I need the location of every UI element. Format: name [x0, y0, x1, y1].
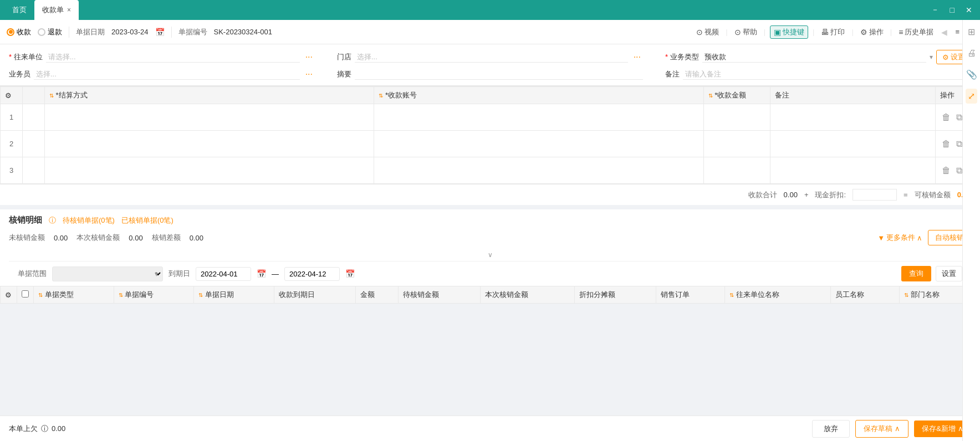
table-settings-col[interactable]: ⚙	[1, 87, 23, 104]
running-total-info-icon[interactable]: ⓘ	[41, 424, 48, 434]
store-label: 门店	[337, 52, 351, 62]
hexiao-settings-button[interactable]: 设置	[936, 266, 962, 281]
partner-label: 往来单位	[9, 52, 43, 62]
tab-home[interactable]: 首页	[4, 0, 34, 20]
end-calendar-icon[interactable]: 📅	[345, 269, 355, 278]
number-value: SK-20230324-001	[214, 28, 273, 36]
radio-refund[interactable]: 退款	[38, 27, 62, 37]
date-range-left: 单据范围 ▾ 到期日 📅 — 📅	[18, 266, 355, 281]
row-2-account[interactable]	[374, 131, 703, 157]
row-2-settlement[interactable]	[45, 131, 374, 157]
store-more-btn[interactable]: ···	[631, 52, 643, 62]
sidebar-table-icon[interactable]: ⊞	[966, 24, 977, 39]
video-icon: ⊙	[696, 28, 703, 37]
radio-refund-label: 退款	[48, 27, 62, 37]
bottom-doc-num-col: ⇅ 单据编号	[114, 286, 194, 304]
row-3-account[interactable]	[374, 157, 703, 184]
remark-field: 备注	[665, 69, 971, 80]
abandon-button[interactable]: 放弃	[812, 420, 850, 438]
video-action[interactable]: ⊙ 视频	[694, 26, 721, 38]
range-select[interactable]	[52, 266, 163, 281]
row-1-delete-icon[interactable]: 🗑	[940, 112, 952, 122]
discount-input[interactable]	[853, 189, 897, 201]
tab-close-icon[interactable]: ×	[67, 6, 71, 14]
table-section: ⚙ ⇅ *结算方式 ⇅ *收款账号 ⇅ *收款金额 备注 操作 1	[0, 86, 980, 184]
business-type-dropdown-icon[interactable]: ▾	[930, 53, 933, 61]
hexiao-info-icon[interactable]: ⓘ	[49, 216, 56, 225]
list-view-icon[interactable]: ≡	[953, 27, 962, 37]
operation-action[interactable]: ⚙ 操作	[858, 26, 886, 38]
store-input[interactable]	[355, 52, 628, 63]
more-conditions-label: 更多条件	[886, 233, 915, 243]
start-date-input[interactable]	[196, 267, 251, 281]
row-3-settlement[interactable]	[45, 157, 374, 184]
settings-gear-icon: ⚙	[942, 53, 949, 61]
row-2-remark[interactable]	[770, 131, 935, 157]
partner-field: 往来单位 ···	[9, 52, 315, 63]
shortcut-action[interactable]: ▣ 快捷键	[770, 25, 808, 39]
minimize-button[interactable]: －	[928, 4, 942, 16]
uncancelled-value: 0.00	[54, 234, 68, 242]
table-row: 1 🗑 ⧉	[1, 104, 980, 131]
calendar-icon[interactable]: 📅	[155, 28, 165, 37]
print-action[interactable]: 🖶 打印	[819, 26, 847, 38]
radio-receipt[interactable]: 收款	[7, 27, 31, 37]
end-date-input[interactable]	[284, 267, 340, 281]
save-new-label: 保存&新增	[922, 424, 956, 434]
hexiao-stats: 未核销金额 0.00 本次核销金额 0.00 核销差额 0.00 ▼ 更多条件 …	[9, 230, 971, 245]
remark-label: 备注	[665, 69, 680, 79]
total-value: 0.00	[784, 191, 798, 199]
staff-more-btn[interactable]: ···	[303, 69, 315, 79]
footer-left: 本单上欠 ⓘ 0.00	[9, 424, 65, 434]
tab-current[interactable]: 收款单 ×	[34, 0, 79, 20]
done-tab-link[interactable]: 已核销单据(0笔)	[121, 216, 173, 225]
running-total-value: 0.00	[52, 424, 65, 433]
row-1-num: 1	[1, 104, 23, 131]
current-value: 0.00	[129, 234, 142, 242]
sidebar-print-icon[interactable]: 🖨	[965, 46, 978, 60]
row-1-remark[interactable]	[770, 104, 935, 131]
sidebar-attach-icon[interactable]: 📎	[964, 67, 979, 82]
nav-left-icon[interactable]: ◀	[940, 27, 948, 38]
more-conditions-btn[interactable]: ▼ 更多条件 ∧	[877, 233, 922, 243]
row-2-amount[interactable]	[703, 131, 770, 157]
row-3-remark[interactable]	[770, 157, 935, 184]
table-row: 3 🗑 ⧉	[1, 157, 980, 184]
summary-input[interactable]	[355, 69, 643, 80]
maximize-button[interactable]: □	[947, 4, 958, 16]
pending-tab-link[interactable]: 待核销单据(0笔)	[63, 216, 115, 225]
start-calendar-icon[interactable]: 📅	[257, 269, 266, 278]
row-3-delete-icon[interactable]: 🗑	[940, 166, 952, 175]
row-2-delete-icon[interactable]: 🗑	[940, 139, 952, 148]
business-type-input[interactable]	[702, 52, 926, 63]
toolbar-divider-2	[171, 27, 172, 38]
save-draft-button[interactable]: 保存草稿 ∧	[855, 420, 908, 438]
filter-chevron-icon: ∨	[488, 251, 493, 259]
row-1-amount[interactable]	[703, 104, 770, 131]
form-row-1: 往来单位 ··· 门店 ··· 业务类型 ▾ ⚙ 设置	[9, 50, 971, 64]
table-amount-col: ⇅ *收款金额	[703, 87, 770, 104]
close-button[interactable]: ✕	[962, 4, 976, 16]
help-action[interactable]: ⊙ 帮助	[732, 26, 759, 38]
sidebar-expand-icon[interactable]: ⤢	[966, 89, 977, 104]
row-1-settlement[interactable]	[45, 104, 374, 131]
table-account-col: ⇅ *收款账号	[374, 87, 703, 104]
settings-gear-bottom-icon[interactable]: ⚙	[5, 291, 12, 299]
remark-input[interactable]	[683, 69, 971, 80]
tab-bar: 首页 收款单 × － □ ✕	[0, 0, 980, 20]
main-table: ⚙ ⇅ *结算方式 ⇅ *收款账号 ⇅ *收款金额 备注 操作 1	[0, 86, 980, 184]
row-3-amount[interactable]	[703, 157, 770, 184]
staff-input[interactable]	[34, 69, 300, 80]
history-action[interactable]: ≡ 历史单据	[896, 26, 936, 38]
row-1-account[interactable]	[374, 104, 703, 131]
partner-more-btn[interactable]: ···	[303, 52, 315, 62]
partner-input[interactable]	[46, 52, 300, 63]
total-label: 收款合计	[748, 190, 777, 200]
radio-receipt-label: 收款	[17, 27, 31, 37]
query-button[interactable]: 查询	[901, 266, 931, 281]
help-icon: ⊙	[734, 28, 741, 37]
form-row-2: 业务员 ··· 摘要 备注	[9, 69, 971, 80]
summary-row: 收款合计 0.00 + 现金折扣: = 可核销金额 0.00	[0, 184, 980, 205]
number-label: 单据编号	[178, 27, 207, 37]
select-all-checkbox[interactable]	[22, 290, 29, 298]
